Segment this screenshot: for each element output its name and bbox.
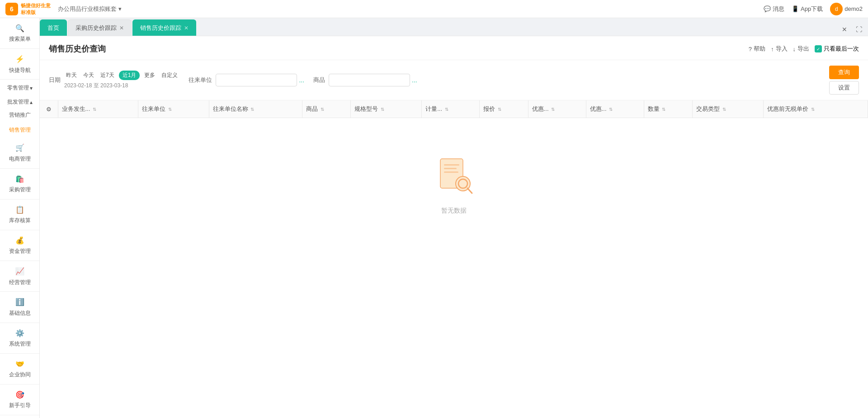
filter-buttons: 查询 设置: [829, 66, 859, 95]
operations-icon: 📈: [15, 266, 24, 276]
date-option-custom[interactable]: 自定义: [160, 71, 179, 80]
sidebar-item-label: 系统管理: [9, 340, 31, 348]
sidebar-item-label: 批发管理: [7, 98, 29, 106]
app-selector[interactable]: 办公用品行业模拟账套 ▾: [54, 3, 125, 15]
sidebar-item-search-menu[interactable]: 🔍 搜索菜单: [0, 18, 39, 49]
page-title: 销售历史价查询: [49, 43, 106, 54]
sidebar-item-inventory[interactable]: 📋 库存核算: [0, 200, 39, 230]
sidebar-item-label: 新手引导: [9, 402, 31, 409]
sidebar-item-label: 销售管理: [9, 126, 31, 134]
date-options: 昨天 今天 近7天 近1月 更多 自定义: [64, 71, 179, 80]
help-icon: ?: [749, 46, 752, 52]
tab-sales-history[interactable]: 销售历史价跟踪 ✕: [132, 19, 196, 36]
sidebar-item-quick-nav[interactable]: ⚡ 快捷导航: [0, 49, 39, 80]
date-option-more[interactable]: 更多: [142, 71, 157, 80]
sidebar-item-ecommerce[interactable]: 🛒 电商管理: [0, 138, 39, 168]
table-header-row: ⚙ 业务发生... ⇅ 往来单位 ⇅: [40, 100, 868, 118]
sidebar-item-label: 经营管理: [9, 279, 31, 286]
tab-purchase-close-icon[interactable]: ✕: [119, 25, 124, 31]
sidebar-item-new-guide[interactable]: 🎯 新手引导: [0, 385, 39, 415]
tab-purchase-history[interactable]: 采购历史价跟踪 ✕: [68, 19, 132, 36]
sidebar-item-purchase-mgmt[interactable]: 🛍️ 采购管理: [0, 169, 39, 200]
top-bar: 6 畅捷信好生意 标准版 办公用品行业模拟账套 ▾ 💬 消息 📱 App下载 d…: [0, 0, 868, 18]
app-download-btn[interactable]: 📱 App下载: [792, 5, 823, 13]
chevron-icon: ▾: [30, 85, 33, 91]
purchase-icon: 🛍️: [15, 174, 24, 184]
sidebar-item-label: 营销推广: [9, 111, 31, 119]
sidebar-item-label: 电商管理: [9, 155, 31, 163]
table-col-quote[interactable]: 报价 ⇅: [480, 100, 528, 118]
export-icon: ↓: [793, 46, 796, 52]
tab-expand-btn[interactable]: ⛶: [854, 24, 864, 35]
info-icon: ℹ️: [15, 297, 24, 307]
sidebar-item-label: 库存核算: [9, 217, 31, 224]
product-input[interactable]: [329, 74, 410, 86]
message-icon: 💬: [764, 5, 771, 12]
only-last-checkbox[interactable]: ✓: [815, 45, 822, 52]
settings-button[interactable]: 设置: [829, 81, 859, 95]
sort-icon-discount2: ⇅: [609, 107, 613, 112]
sidebar-item-sales-mgmt[interactable]: 销售管理: [0, 123, 39, 138]
date-range-text: 2023-02-18 至 2023-03-18: [64, 82, 179, 90]
sidebar-item-enterprise-collab[interactable]: 🤝 企业协同: [0, 354, 39, 385]
table-col-spec[interactable]: 规格型号 ⇅: [351, 100, 422, 118]
sort-icon-product: ⇅: [321, 107, 324, 112]
sidebar-item-app-center[interactable]: 📱 应用中心: [0, 415, 39, 418]
date-option-today[interactable]: 今天: [81, 71, 96, 80]
counterpart-dots-btn[interactable]: ...: [299, 76, 304, 84]
tab-home-label: 首页: [47, 24, 59, 32]
empty-state: 暂无数据: [40, 118, 868, 251]
sidebar-item-label: 采购管理: [9, 186, 31, 194]
message-btn[interactable]: 💬 消息: [764, 5, 784, 13]
user-profile-btn[interactable]: d demo2: [830, 3, 863, 15]
message-label: 消息: [773, 5, 784, 13]
sidebar-item-finance[interactable]: 💰 资金管理: [0, 230, 39, 261]
sidebar-item-system[interactable]: ⚙️ 系统管理: [0, 323, 39, 354]
counterpart-input-wrap: ...: [216, 74, 304, 86]
table-col-gear[interactable]: ⚙: [40, 100, 58, 118]
table-col-product[interactable]: 商品 ⇅: [302, 100, 350, 118]
app-name-label: 办公用品行业模拟账套: [58, 5, 117, 13]
product-dots-btn[interactable]: ...: [412, 76, 417, 84]
date-option-last7[interactable]: 近7天: [99, 71, 116, 80]
tab-sales-label: 销售历史价跟踪: [140, 24, 181, 32]
table-col-counterpart-name[interactable]: 往来单位名称 ⇅: [209, 100, 302, 118]
table-col-discount1[interactable]: 优惠... ⇅: [528, 100, 586, 118]
export-btn[interactable]: ↓ 导出: [793, 45, 810, 53]
avatar: d: [830, 3, 843, 15]
ecommerce-icon: 🛒: [15, 143, 24, 153]
import-label: 导入: [776, 45, 788, 53]
page-header-actions: ? 帮助 ↑ 导入 ↓ 导出 ✓ 只看最后一次: [749, 45, 859, 53]
table-col-unit[interactable]: 计量... ⇅: [422, 100, 480, 118]
import-btn[interactable]: ↑ 导入: [771, 45, 788, 53]
table-col-counterpart[interactable]: 往来单位 ⇅: [138, 100, 209, 118]
tab-sales-close-icon[interactable]: ✕: [184, 25, 189, 31]
sidebar-item-basic-info[interactable]: ℹ️ 基础信息: [0, 292, 39, 323]
date-option-yesterday[interactable]: 昨天: [64, 71, 79, 80]
counterpart-filter-group: 往来单位 ...: [189, 74, 304, 86]
table-col-trade-type[interactable]: 交易类型 ⇅: [693, 100, 764, 118]
counterpart-input[interactable]: [216, 74, 297, 86]
tab-home[interactable]: 首页: [40, 19, 67, 36]
table-col-qty[interactable]: 数量 ⇅: [644, 100, 692, 118]
table-gear-icon[interactable]: ⚙: [46, 106, 52, 113]
sidebar-item-retail-mgmt[interactable]: 零售管理 ▾: [0, 80, 39, 94]
table-col-discount2[interactable]: 优惠... ⇅: [586, 100, 644, 118]
filter-bar: 日期 昨天 今天 近7天 近1月 更多 自定义 2023-02-18 至 202…: [40, 60, 868, 100]
table-col-biz-date[interactable]: 业务发生... ⇅: [58, 100, 138, 118]
search-button[interactable]: 查询: [829, 66, 859, 79]
only-last-label: 只看最后一次: [824, 45, 859, 53]
empty-icon: [431, 154, 476, 200]
tab-close-all-btn[interactable]: ✕: [839, 24, 850, 35]
sort-icon-counterpart-name: ⇅: [250, 107, 254, 112]
sidebar-item-marketing[interactable]: 营销推广: [0, 108, 39, 123]
table-col-pretax[interactable]: 优惠前无税单价 ⇅: [764, 100, 868, 118]
sort-icon-discount1: ⇅: [551, 107, 555, 112]
date-option-last1m[interactable]: 近1月: [119, 71, 140, 80]
chevron-down-icon: ▾: [118, 5, 122, 12]
sidebar-item-wholesale-mgmt[interactable]: 批发管理 ▴: [0, 94, 39, 108]
sidebar-item-operations[interactable]: 📈 经营管理: [0, 261, 39, 292]
help-btn[interactable]: ? 帮助: [749, 45, 765, 53]
sidebar-item-label: 快捷导航: [9, 66, 31, 74]
page-inner: 销售历史价查询 ? 帮助 ↑ 导入 ↓ 导出: [40, 36, 868, 251]
